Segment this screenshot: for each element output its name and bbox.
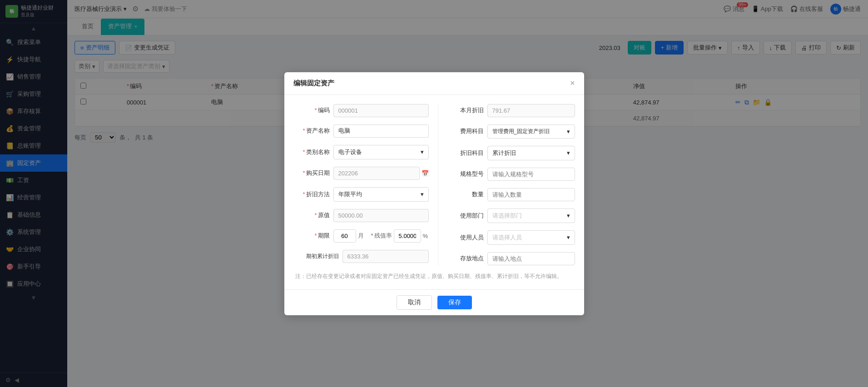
dep-subject-arrow: ▾ [567,149,570,156]
asset-name-input[interactable] [333,124,429,138]
personnel-placeholder: 请选择人员 [492,233,522,242]
dep-method-value: 年限平均 [338,190,362,198]
save-button[interactable]: 保存 [437,296,472,309]
department-placeholder: 请选择部门 [492,212,522,220]
purchase-date-group: 📅 [333,167,429,180]
location-label: 存放地点 [447,254,484,263]
edit-asset-modal: 编辑固定资产 × *编码 *资产名称 [284,72,584,315]
residual-rate-label: *残值率 [371,232,392,240]
location-input[interactable] [487,252,575,265]
period-input[interactable] [333,229,356,243]
form-row-purchase-date: *购买日期 📅 [293,167,429,180]
quantity-input[interactable] [487,188,575,201]
period-unit: 月 [358,232,364,240]
category-select-value: 电子设备 [338,148,362,156]
original-value-label: *原值 [293,211,330,219]
personnel-arrow: ▾ [567,234,570,241]
residual-rate-unit: % [423,233,428,239]
quantity-label: 数量 [447,190,484,198]
modal-title: 编辑固定资产 [293,79,334,88]
purchase-date-label: *购买日期 [293,169,330,177]
note-text: 注：已经存在变更记录或者对应固定资产已经生成凭证，原值、购买日期、残值率、累计折… [295,269,562,283]
form-grid: *编码 *资产名称 *类别名称 电子设备 ▾ [293,104,575,265]
form-row-department: 使用部门 请选择部门 ▾ [447,208,575,223]
modal-footer: 取消 保存 [284,289,584,315]
form-row-spec: 规格型号 [447,168,575,181]
code-label: *编码 [293,106,330,114]
asset-name-label: *资产名称 [293,127,330,135]
form-row-monthly-dep: 本月折旧 [447,104,575,117]
expense-subject-select[interactable]: 管理费用_固定资产折旧 ▾ [487,124,575,139]
code-input[interactable] [333,104,429,117]
modal-body: *编码 *资产名称 *类别名称 电子设备 ▾ [284,95,584,289]
form-row-quantity: 数量 [447,188,575,201]
calendar-icon[interactable]: 📅 [422,170,429,177]
purchase-date-input[interactable] [333,167,420,180]
form-row-original-value: *原值 [293,209,429,222]
category-select[interactable]: 电子设备 ▾ [333,145,429,159]
form-row-period-dep: 期初累计折旧 [293,250,429,263]
form-row-location: 存放地点 [447,252,575,265]
modal-overlay: 编辑固定资产 × *编码 *资产名称 [0,0,868,387]
period-group: 月 *残值率 % [333,229,429,243]
dep-method-arrow: ▾ [421,191,424,198]
spec-input[interactable] [487,168,575,181]
monthly-dep-label: 本月折旧 [447,106,484,114]
period-dep-input[interactable] [342,250,429,263]
modal-close-btn[interactable]: × [570,79,575,88]
category-select-arrow: ▾ [421,149,424,155]
residual-rate-input[interactable] [394,229,421,243]
form-row-asset-name: *资产名称 [293,124,429,138]
monthly-dep-input [487,104,575,117]
category-name-label: *类别名称 [293,148,330,156]
period-dep-label: 期初累计折旧 [293,253,339,260]
dep-subject-label: 折旧科目 [447,149,484,157]
form-row-category: *类别名称 电子设备 ▾ [293,145,429,159]
expense-subject-arrow: ▾ [567,128,570,135]
dep-subject-select[interactable]: 累计折旧 ▾ [487,146,575,160]
expense-subject-label: 费用科目 [447,127,484,135]
dep-method-select[interactable]: 年限平均 ▾ [333,187,429,202]
department-label: 使用部门 [447,212,484,220]
period-label: *期限 [293,232,330,240]
form-row-personnel: 使用人员 请选择人员 ▾ [447,230,575,245]
spec-label: 规格型号 [447,170,484,178]
form-row-period: *期限 月 *残值率 % [293,229,429,243]
form-row-code: *编码 [293,104,429,117]
modal-header: 编辑固定资产 × [284,72,584,95]
form-row-expense-subject: 费用科目 管理费用_固定资产折旧 ▾ [447,124,575,139]
personnel-select[interactable]: 请选择人员 ▾ [487,230,575,245]
department-arrow: ▾ [567,212,570,219]
form-row-dep-method: *折旧方法 年限平均 ▾ [293,187,429,202]
personnel-label: 使用人员 [447,233,484,242]
form-col-left: *编码 *资产名称 *类别名称 电子设备 ▾ [293,104,438,265]
dep-method-label: *折旧方法 [293,190,330,198]
expense-subject-value: 管理费用_固定资产折旧 [492,128,550,135]
form-note: 注：已经存在变更记录或者对应固定资产已经生成凭证，原值、购买日期、残值率、累计折… [293,273,575,280]
department-select[interactable]: 请选择部门 ▾ [487,208,575,223]
form-row-dep-subject: 折旧科目 累计折旧 ▾ [447,146,575,160]
original-value-input[interactable] [333,209,429,222]
form-col-right: 本月折旧 费用科目 管理费用_固定资产折旧 ▾ 折旧科目 [438,104,575,265]
cancel-button[interactable]: 取消 [397,295,432,310]
dep-subject-value: 累计折旧 [492,149,516,157]
